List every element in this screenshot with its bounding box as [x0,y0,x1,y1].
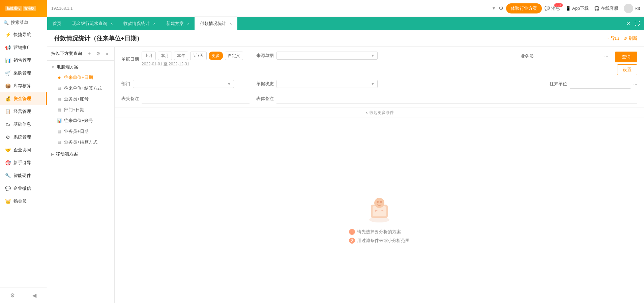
tip-num-1: 1 [349,229,355,235]
sidebar-bottom: ⚙ ◀ [0,287,47,303]
svg-point-5 [380,201,382,203]
scheme-item-unit-date[interactable]: ● 往来单位+日期 [47,72,114,83]
hardware-icon: 🔧 [5,173,11,179]
tab-bar: 首页 现金银行流水查询 × 收款情况统计 × 新建方案 × 付款情况统计 × ✕… [47,17,644,30]
tab-payment-stat-close-icon[interactable]: × [230,22,232,26]
app-download-btn[interactable]: 📱 App下载 [565,5,589,11]
date-btn-current-month[interactable]: 本月 [158,52,172,60]
tab-new-scheme[interactable]: 新建方案 × [161,17,195,30]
guide-icon: 🎯 [5,160,11,166]
online-service-btn[interactable]: 🎧 在线客服 [594,5,618,11]
scheme-item-dept-date[interactable]: ▦ 部门+日期 [47,104,114,115]
tab-bank-flow[interactable]: 现金银行流水查询 × [67,17,118,30]
scheme-item-staff-settle[interactable]: ▦ 业务员+结算方式 [47,137,114,148]
date-btn-last-7days[interactable]: 近7天 [190,52,207,60]
sidebar-item-system[interactable]: ⚙ 系统管理 [0,131,47,144]
close-all-tabs-btn[interactable]: ✕ [626,21,631,27]
filter-settings-btn[interactable]: 设置 [617,64,637,75]
user-avatar[interactable]: Rit [624,4,640,13]
address-chevron-icon[interactable]: ▼ [492,6,496,11]
sidebar-item-label: 资金管理 [13,96,31,102]
tab-receivable-close-icon[interactable]: × [153,22,155,26]
trial-btn[interactable]: 体验行业方案 [506,3,542,13]
svg-point-4 [377,201,379,203]
pc-group-title[interactable]: ▼ 电脑端方案 [47,62,114,72]
mobile-scheme-group[interactable]: ▶ 移动端方案 [47,149,114,159]
dept-label: 部门 [121,81,130,87]
staff-input[interactable] [536,52,602,61]
date-btn-current-year[interactable]: 本年 [174,52,188,60]
tab-home[interactable]: 首页 [47,17,67,30]
expand-btn[interactable]: ⛶ [635,21,640,27]
scheme-item-unit-account[interactable]: 📊 往来单位+账号 [47,115,114,126]
header-note-input[interactable] [142,94,250,103]
tabbar-right: ✕ ⛶ [622,17,644,30]
sidebar-item-guide[interactable]: 🎯 新手引导 [0,156,47,169]
sidebar-item-operation[interactable]: 📋 经营管理 [0,105,47,118]
doc-status-select[interactable]: ▼ [276,80,378,88]
sidebar-item-fund[interactable]: 💰 资金管理 [0,92,47,105]
page: 付款情况统计（往来单位+日期） ↑ 导出 ↺ 刷新 按以下方案查询 ＋ [47,30,644,303]
sidebar-item-quick-nav[interactable]: ⚡ 快捷导航 [0,28,47,41]
related-unit-input[interactable] [570,79,631,89]
collapse-conditions-btn[interactable]: ∧ 收起更多条件 [115,108,644,118]
scheme-item-unit-settle[interactable]: ▦ 往来单位+结算方式 [47,83,114,94]
online-service-label: 在线客服 [601,5,618,11]
scheme-item-icon: ▦ [57,129,62,134]
staff-three-dots-btn[interactable]: ··· [604,54,608,59]
query-btn[interactable]: 查询 [615,52,637,62]
sidebar-item-hardware[interactable]: 🔧 智能硬件 [0,169,47,182]
sidebar-item-sales[interactable]: 📊 销售管理 [0,54,47,67]
date-btn-custom[interactable]: 自定义 [225,52,243,60]
sidebar-item-purchase[interactable]: 🛒 采购管理 [0,67,47,80]
refresh-icon: ↺ [623,36,627,41]
source-doc-select[interactable]: ▼ [276,52,378,60]
wechat-icon: 💬 [5,185,11,191]
scheme-item-icon: ▦ [57,96,62,102]
tab-payment-stat[interactable]: 付款情况统计 × [195,17,237,30]
pc-scheme-group: ▼ 电脑端方案 ● 往来单位+日期 ▦ 往来单位+结算方式 ▦ 业务员+账号 [47,61,114,149]
scheme-item-staff-account[interactable]: ▦ 业务员+账号 [47,94,114,104]
dept-select[interactable]: ▼ [133,80,234,88]
scheme-item-staff-date[interactable]: ▦ 业务员+日期 [47,126,114,137]
inventory-icon: 📦 [5,83,11,89]
tab-home-label: 首页 [53,21,61,27]
sidebar-item-label: 库存核算 [13,83,31,89]
sidebar-settings-btn[interactable]: ⚙ [3,290,22,300]
related-unit-three-dots-btn[interactable]: ··· [633,81,637,87]
refresh-btn[interactable]: ↺ 刷新 [623,35,637,41]
sidebar-item-wechat[interactable]: 💬 企业微信 [0,182,47,195]
message-icon: 💬 [545,6,550,11]
tab-receivable[interactable]: 收款情况统计 × [118,17,160,30]
logo-subtitle: 标准版 [23,6,36,11]
sidebar-item-label: 营销推广 [13,44,31,51]
add-scheme-btn[interactable]: ＋ [86,50,93,57]
date-btn-last-month[interactable]: 上月 [142,52,156,60]
tip-num-2: 2 [349,238,355,244]
tab-new-scheme-label: 新建方案 [166,21,184,27]
date-btn-more[interactable]: 更多 [209,52,223,60]
sidebar-item-inventory[interactable]: 📦 库存核算 [0,80,47,92]
marketing-icon: 📢 [5,44,11,51]
message-btn[interactable]: 💬 消息 99+ [545,5,560,11]
sidebar-item-vip[interactable]: 👑 畅会员 [0,195,47,208]
mobile-group-label: 移动端方案 [56,151,78,157]
sidebar-item-marketing[interactable]: 📢 营销推广 [0,41,47,54]
source-doc-chevron-icon: ▼ [371,54,375,58]
tab-bank-flow-label: 现金银行流水查询 [72,21,107,27]
tab-new-scheme-close-icon[interactable]: × [187,22,189,26]
export-btn[interactable]: ↑ 导出 [607,35,620,41]
scheme-item-icon: ▦ [57,140,62,145]
search-menu[interactable]: 🔍 搜索菜单 [0,17,47,28]
sidebar-item-enterprise[interactable]: 🤝 企业协同 [0,144,47,156]
body-note-input[interactable] [276,94,637,103]
sidebar-collapse-btn[interactable]: ◀ [25,290,45,300]
tab-bank-flow-close-icon[interactable]: × [111,22,113,26]
scheme-collapse-btn[interactable]: « [104,50,110,57]
sales-icon: 📊 [5,57,11,63]
sidebar-item-basic[interactable]: 🗂 基础信息 [0,118,47,131]
vip-icon: 👑 [5,198,11,204]
topbar-gear-icon[interactable]: ⚙ [499,5,503,11]
scheme-settings-btn[interactable]: ⚙ [95,50,101,57]
collapse-chevron-icon: ∧ [365,111,368,115]
